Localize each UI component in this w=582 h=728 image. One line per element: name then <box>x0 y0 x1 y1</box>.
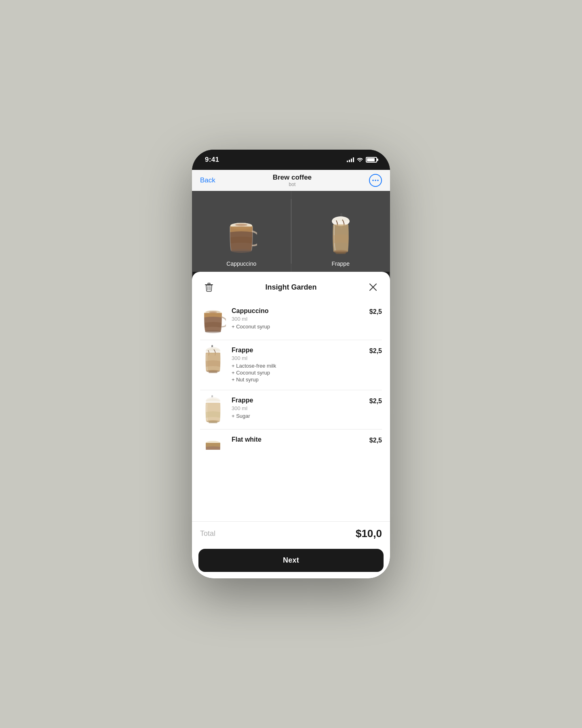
svg-point-20 <box>205 330 221 333</box>
total-bar: Total $10,0 <box>192 521 390 546</box>
item-addon: + Coconut syrup <box>232 370 364 376</box>
item-details: Frappe 300 ml + Sugar <box>232 397 364 420</box>
item-price: $2,5 <box>369 397 382 405</box>
svg-rect-25 <box>209 371 217 373</box>
svg-point-21 <box>209 311 217 313</box>
sheet-title: Insight Garden <box>265 283 316 292</box>
svg-point-0 <box>372 180 374 181</box>
next-button[interactable]: Next <box>198 549 384 572</box>
svg-rect-11 <box>335 252 346 254</box>
frappe-preview-image <box>328 213 353 257</box>
nav-title-container: Brew coffee bot <box>273 174 312 187</box>
order-item-partial: Flat white $2,5 <box>200 430 382 450</box>
bottom-sheet: Insight Garden <box>192 272 390 578</box>
back-button[interactable]: Back <box>200 176 215 184</box>
item-size: 300 ml <box>232 355 364 361</box>
item-details: Cappuccino 300 ml + Coconut syrup <box>232 307 364 330</box>
nav-bar: Back Brew coffee bot <box>192 170 390 191</box>
item-image-flatwhite <box>200 436 226 450</box>
coffee-preview: Cappuccino <box>192 191 390 272</box>
item-details-partial: Flat white <box>232 436 364 444</box>
item-addon: + Sugar <box>232 413 364 419</box>
wifi-icon <box>356 157 363 163</box>
svg-point-2 <box>377 180 379 181</box>
svg-rect-13 <box>208 283 210 284</box>
total-amount: $10,0 <box>356 527 382 540</box>
preview-frappe: Frappe <box>291 191 390 272</box>
sheet-header: Insight Garden <box>192 272 390 301</box>
svg-rect-29 <box>209 421 217 423</box>
preview-cappuccino: Cappuccino <box>192 191 291 272</box>
preview-cappuccino-label: Cappuccino <box>226 260 256 267</box>
item-name: Frappe <box>232 397 364 404</box>
total-label: Total <box>200 529 215 538</box>
item-image-frappe1 <box>200 347 226 372</box>
item-price-partial: $2,5 <box>369 436 382 444</box>
more-options-button[interactable] <box>369 174 382 187</box>
item-price: $2,5 <box>369 347 382 355</box>
svg-point-1 <box>375 180 376 181</box>
item-addon: + Coconut syrup <box>232 324 364 330</box>
svg-point-6 <box>231 249 252 253</box>
status-time: 9:41 <box>205 156 219 164</box>
preview-frappe-label: Frappe <box>332 260 350 267</box>
status-icons <box>347 157 377 163</box>
nav-subtitle: bot <box>289 182 296 187</box>
item-price: $2,5 <box>369 307 382 315</box>
close-button[interactable] <box>366 280 380 294</box>
status-bar: 9:41 <box>192 150 390 170</box>
item-name: Frappe <box>232 347 364 354</box>
item-size: 300 ml <box>232 405 364 411</box>
item-image-frappe2 <box>200 397 226 423</box>
signal-icon <box>347 157 354 162</box>
item-image-cappuccino <box>200 307 226 333</box>
item-addon: + Lactose-free milk <box>232 363 364 369</box>
trash-button[interactable] <box>202 280 216 294</box>
order-list: Cappuccino 300 ml + Coconut syrup $2,5 <box>192 301 390 521</box>
nav-title: Brew coffee <box>273 174 312 182</box>
item-details: Frappe 300 ml + Lactose-free milk + Coco… <box>232 347 364 383</box>
cappuccino-preview-image <box>226 219 257 257</box>
item-name: Cappuccino <box>232 307 364 315</box>
battery-icon <box>366 157 377 163</box>
order-item: Frappe 300 ml + Lactose-free milk + Coco… <box>200 340 382 390</box>
item-addon: + Nut syrup <box>232 377 364 383</box>
svg-point-7 <box>235 224 247 226</box>
item-size: 300 ml <box>232 316 364 322</box>
order-item: Cappuccino 300 ml + Coconut syrup $2,5 <box>200 301 382 340</box>
phone-frame: 9:41 Back Brew coffee <box>192 150 390 578</box>
item-name-partial: Flat white <box>232 436 364 443</box>
order-item: Frappe 300 ml + Sugar $2,5 <box>200 390 382 430</box>
